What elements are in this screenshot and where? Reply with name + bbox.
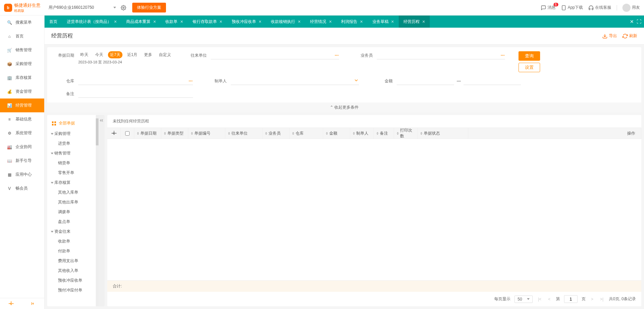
tree-group-0[interactable]: 采购管理 — [47, 129, 96, 139]
tab-6[interactable]: 收款核销执行× — [266, 16, 305, 28]
tab-close-button[interactable]: × — [422, 19, 425, 24]
amount-from-input[interactable] — [397, 77, 454, 85]
tab-4[interactable]: 银行存取款单× — [188, 16, 227, 28]
date-option-1[interactable]: 今天 — [93, 51, 105, 58]
sidebar-item-6[interactable]: 📊经营管理 — [0, 99, 44, 112]
per-page-select[interactable]: 50 — [514, 296, 532, 303]
sidebar-item-4[interactable]: 🏢库存核算 — [0, 71, 44, 85]
tab-9[interactable]: 业务草稿× — [368, 16, 399, 28]
column-header-1[interactable]: 单据类型 — [161, 128, 188, 139]
tab-0[interactable]: 首页 — [45, 16, 62, 28]
warehouse-lookup-button[interactable]: ⋯ — [189, 79, 193, 83]
tree-item-2-0[interactable]: 其他入库单 — [47, 188, 96, 197]
tree-group-3[interactable]: 资金往来 — [47, 227, 96, 236]
checkbox-input[interactable] — [125, 131, 130, 136]
tab-close-button[interactable]: × — [329, 19, 332, 24]
fullscreen-button[interactable]: ⛶ — [637, 19, 641, 24]
tab-close-button[interactable]: × — [153, 19, 156, 24]
query-button[interactable]: 查询 — [519, 51, 540, 61]
column-header-0[interactable]: 单据日期 — [134, 128, 161, 139]
tree-item-0-0[interactable]: 进货单 — [47, 139, 96, 148]
partner-lookup-button[interactable]: ⋯ — [335, 53, 339, 58]
tree-item-2-2[interactable]: 调拨单 — [47, 207, 96, 217]
sidebar-collapse-button[interactable] — [22, 301, 45, 306]
tab-close-button[interactable]: × — [114, 19, 117, 24]
tab-close-button[interactable]: × — [220, 19, 222, 24]
trial-solution-button[interactable]: 体验行业方案 — [132, 3, 166, 12]
setup-button[interactable]: 设置 — [519, 63, 540, 72]
column-header-2[interactable]: 单据编号 — [188, 128, 225, 139]
tree-item-1-0[interactable]: 销货单 — [47, 158, 96, 168]
tree-item-3-4[interactable]: 预收冲应收单 — [47, 276, 96, 285]
sidebar-item-9[interactable]: 🏭企业协同 — [0, 140, 44, 154]
amount-to-input[interactable] — [464, 77, 521, 85]
salesman-input[interactable] — [377, 51, 501, 59]
next-page-button[interactable]: > — [590, 297, 595, 302]
column-header-8[interactable]: 备注 — [374, 128, 394, 139]
sidebar-item-7[interactable]: ≡基础信息 — [0, 112, 44, 126]
sidebar-item-8[interactable]: ⚙系统管理 — [0, 126, 44, 140]
maker-dropdown-button[interactable] — [354, 78, 359, 84]
tree-collapse-button[interactable] — [99, 115, 105, 306]
select-all-checkbox[interactable] — [121, 128, 134, 139]
tab-2[interactable]: 商品成本重算× — [121, 16, 161, 28]
salesman-lookup-button[interactable]: ⋯ — [501, 53, 505, 58]
date-option-0[interactable]: 昨天 — [78, 51, 90, 58]
tree-item-3-2[interactable]: 费用支出单 — [47, 256, 96, 266]
tab-3[interactable]: 收款单× — [161, 16, 188, 28]
tree-item-3-0[interactable]: 收款单 — [47, 236, 96, 246]
salesman-input-wrap[interactable]: ⋯ — [377, 51, 505, 59]
warehouse-input[interactable] — [78, 77, 189, 85]
column-header-11[interactable]: 操作 — [621, 128, 641, 139]
tab-close-button[interactable]: × — [259, 19, 261, 24]
tab-close-button[interactable]: × — [391, 19, 394, 24]
tab-10[interactable]: 经营历程× — [399, 16, 430, 28]
column-header-6[interactable]: 金额 — [323, 128, 350, 139]
page-input[interactable] — [564, 295, 578, 303]
partner-input-wrap[interactable]: ⋯ — [211, 51, 339, 59]
tab-1[interactable]: 进货单统计表（按商品）× — [62, 16, 121, 28]
tab-7[interactable]: 经营情况× — [305, 16, 336, 28]
settings-button[interactable] — [119, 3, 128, 12]
column-header-5[interactable]: 仓库 — [289, 128, 323, 139]
column-header-10[interactable]: 单据状态 — [418, 128, 468, 139]
enterprise-selector[interactable]: 用户690企业1660120750 — [49, 3, 116, 12]
user-menu[interactable]: 用友 — [622, 4, 640, 12]
column-header-4[interactable]: 业务员 — [262, 128, 289, 139]
tree-item-3-5[interactable]: 预付冲应付单 — [47, 285, 96, 295]
close-all-tabs-button[interactable]: ✕ — [630, 19, 634, 24]
remark-input[interactable] — [78, 90, 193, 98]
export-button[interactable]: 导出 — [602, 33, 617, 39]
tab-5[interactable]: 预收冲应收单× — [227, 16, 266, 28]
column-settings-button[interactable] — [107, 128, 121, 139]
tree-item-2-1[interactable]: 其他出库单 — [47, 197, 96, 207]
tab-close-button[interactable]: × — [360, 19, 363, 24]
sidebar-settings-button[interactable] — [0, 301, 22, 306]
column-header-3[interactable]: 往来单位 — [225, 128, 262, 139]
maker-input-wrap[interactable] — [231, 77, 359, 85]
date-option-4[interactable]: 更多 — [142, 51, 154, 58]
sidebar-item-0[interactable]: 🔍搜索菜单 — [0, 16, 44, 29]
refresh-button[interactable]: 刷新 — [622, 33, 637, 39]
tree-item-3-3[interactable]: 其他收入单 — [47, 266, 96, 276]
tab-close-button[interactable]: × — [180, 19, 183, 24]
sidebar-item-5[interactable]: 💰资金管理 — [0, 85, 44, 99]
sidebar-item-11[interactable]: ▦应用中心 — [0, 168, 44, 181]
tree-item-2-3[interactable]: 盘点单 — [47, 217, 96, 227]
maker-input[interactable] — [231, 77, 354, 85]
scrollbar-thumb[interactable] — [96, 118, 99, 145]
tree-group-2[interactable]: 库存核算 — [47, 178, 96, 188]
date-option-2[interactable]: 近7天 — [108, 51, 122, 58]
tab-8[interactable]: 利润报告× — [336, 16, 367, 28]
sidebar-item-1[interactable]: ⌂首页 — [0, 29, 44, 43]
date-option-5[interactable]: 自定义 — [157, 51, 173, 58]
sidebar-item-3[interactable]: 📦采购管理 — [0, 57, 44, 71]
tree-item-1-1[interactable]: 零售开单 — [47, 168, 96, 178]
tab-close-button[interactable]: × — [298, 19, 301, 24]
last-page-button[interactable]: >| — [599, 297, 605, 302]
collapse-filters-button[interactable]: ⌃ 收起更多条件 — [47, 103, 641, 112]
messages-button[interactable]: 消息 6 — [541, 5, 556, 10]
warehouse-input-wrap[interactable]: ⋯ — [78, 77, 193, 85]
sidebar-item-12[interactable]: V畅会员 — [0, 181, 44, 195]
sidebar-item-2[interactable]: 🛒销售管理 — [0, 43, 44, 57]
